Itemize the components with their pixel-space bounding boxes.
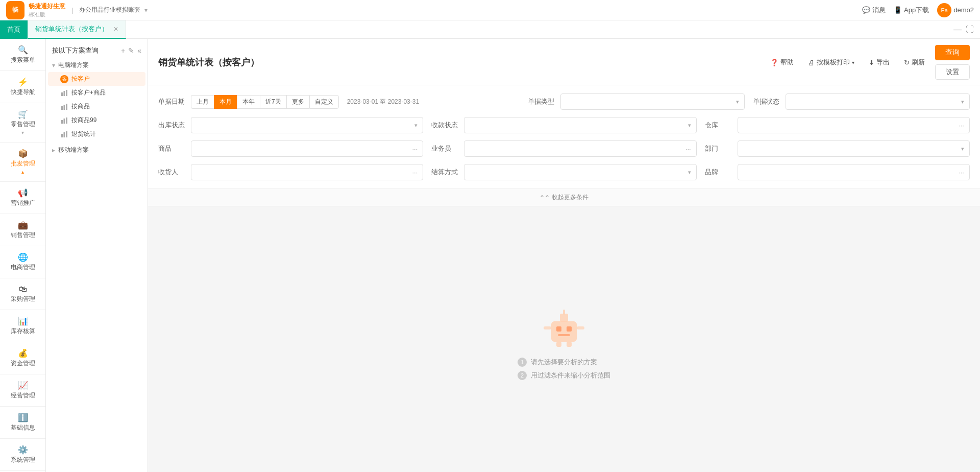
date-btn-this-year[interactable]: 本年	[237, 95, 260, 109]
order-status-control[interactable]: ▾	[786, 93, 970, 110]
sidebar-item-marketing[interactable]: 📢 营销推广	[0, 182, 45, 214]
sidebar-item-operations[interactable]: 📈 经营管理	[0, 374, 45, 407]
message-button[interactable]: 💬 消息	[862, 6, 886, 15]
print-button[interactable]: 🖨 按模板打印 ▾	[804, 56, 859, 69]
payment-status-label: 收款状态	[431, 121, 460, 130]
sidebar-item-sales[interactable]: 💼 销售管理	[0, 214, 45, 246]
order-type-control[interactable]: ▾	[560, 93, 745, 110]
filter-order-type: 单据类型 ▾	[528, 93, 745, 110]
order-type-label: 单据类型	[528, 97, 556, 106]
app-download-button[interactable]: 📱 App下载	[894, 6, 929, 15]
scheme-panel-header: 按以下方案查询 + ✎ «	[46, 43, 148, 58]
svg-rect-18	[544, 326, 551, 329]
filter-brand: 品牌 ···	[705, 164, 970, 180]
sidebar-item-quick-nav[interactable]: ⚡ 快捷导航	[0, 71, 45, 103]
date-btn-last-month[interactable]: 上月	[191, 95, 214, 109]
product-control[interactable]: ···	[191, 140, 423, 157]
staff-label: 业务员	[431, 144, 460, 153]
date-btn-this-month[interactable]: 本月	[214, 95, 237, 109]
tree-group-mobile-label[interactable]: ▸ 移动端方案	[48, 143, 145, 157]
topbar: 畅 畅捷通好生意 标准版 | 办公用品行业模拟账套 ▾ 💬 消息 📱 App下载…	[0, 0, 980, 20]
sidebar-item-basic-info[interactable]: ℹ️ 基础信息	[0, 407, 45, 439]
out-status-label: 出库状态	[158, 121, 187, 130]
brand-control[interactable]: ···	[738, 164, 970, 180]
svg-rect-20	[556, 342, 561, 347]
out-status-control[interactable]: ▾	[191, 117, 423, 133]
tree-group-desktop-label[interactable]: ▾ 电脑端方案	[48, 58, 145, 72]
page-actions: ❓ 帮助 🖨 按模板打印 ▾ ⬇ 导出 ↻	[766, 45, 970, 80]
svg-rect-19	[577, 326, 584, 329]
svg-rect-5	[66, 104, 67, 110]
help-icon: ❓	[770, 59, 778, 66]
refresh-icon: ↻	[904, 59, 910, 66]
collapse-row: ⌃⌃ 收起更多条件	[148, 189, 980, 206]
tree-group-desktop: ▾ 电脑端方案 客 按客户 按客户+商品	[48, 58, 145, 141]
sidebar-item-wholesale[interactable]: 📦 批发管理 ▴	[0, 143, 45, 182]
scheme-item-by-product[interactable]: 按商品	[48, 100, 145, 113]
query-button[interactable]: 查询	[935, 45, 970, 60]
filter-order-status: 单据状态 ▾	[753, 93, 970, 110]
scheme-item-return-stat[interactable]: 退货统计	[48, 127, 145, 141]
download-icon: 📱	[894, 6, 902, 14]
recipient-control[interactable]: ···	[191, 164, 423, 180]
scheme-icon-chart2	[60, 103, 68, 111]
staff-control[interactable]: ···	[464, 140, 696, 157]
brand-label: 品牌	[705, 168, 733, 177]
filter-payment-method: 结算方式 ▾	[431, 164, 696, 180]
svg-rect-14	[567, 326, 572, 332]
date-btn-last-7[interactable]: 近7天	[260, 95, 286, 109]
sidebar-item-purchase[interactable]: 🛍 采购管理	[0, 278, 45, 310]
sidebar-item-finance[interactable]: 💰 资金管理	[0, 342, 45, 374]
tab-minimize-icon[interactable]: —	[953, 25, 962, 34]
department-control[interactable]: ▾	[738, 140, 970, 157]
scheme-panel: 按以下方案查询 + ✎ « ▾ 电脑端方案 客 按客户	[46, 39, 148, 472]
collapse-button[interactable]: ⌃⌃ 收起更多条件	[540, 193, 589, 202]
svg-rect-13	[556, 326, 561, 332]
sidebar-item-ecommerce[interactable]: 🌐 电商管理	[0, 246, 45, 278]
print-icon: 🖨	[808, 59, 815, 66]
user-profile[interactable]: Ea demo2	[937, 3, 974, 17]
product-label: 商品	[158, 144, 187, 153]
svg-rect-9	[61, 134, 63, 137]
svg-rect-2	[66, 90, 67, 96]
tab-home[interactable]: 首页	[0, 20, 28, 39]
date-btn-more[interactable]: 更多	[286, 95, 309, 109]
tab-close-icon[interactable]: ✕	[113, 26, 118, 33]
filter-out-status: 出库状态 ▾	[158, 117, 423, 133]
sidebar-item-search-menu[interactable]: 🔍 搜索菜单	[0, 39, 45, 71]
sidebar-item-retail[interactable]: 🛒 零售管理 ▾	[0, 103, 45, 143]
scheme-item-by-customer[interactable]: 客 按客户	[48, 72, 145, 86]
tip-num-1: 1	[518, 358, 527, 367]
order-type-arrow: ▾	[736, 99, 739, 105]
filter-recipient: 收货人 ···	[158, 164, 423, 180]
empty-svg-icon	[538, 298, 590, 349]
avatar: Ea	[937, 3, 951, 17]
collapse-scheme-panel-button[interactable]: «	[137, 46, 141, 55]
scheme-panel-actions: + ✎ «	[121, 46, 141, 55]
date-btn-custom[interactable]: 自定义	[309, 95, 339, 109]
sidebar-item-inventory[interactable]: 📊 库存核算	[0, 310, 45, 342]
add-scheme-button[interactable]: +	[121, 46, 125, 55]
scheme-icon-customer: 客	[60, 75, 68, 83]
warehouse-control[interactable]: ···	[738, 117, 970, 133]
export-button[interactable]: ⬇ 导出	[865, 56, 894, 69]
tab-sales-stat[interactable]: 销货单统计表（按客户） ✕	[28, 20, 126, 39]
filter-row-4: 收货人 ··· 结算方式 ▾ 品牌	[158, 164, 970, 180]
edit-scheme-button[interactable]: ✎	[128, 46, 134, 55]
tree-group-mobile: ▸ 移动端方案	[48, 143, 145, 157]
payment-method-arrow: ▾	[688, 169, 691, 176]
settings-button[interactable]: 设置	[935, 64, 970, 80]
payment-method-control[interactable]: ▾	[464, 164, 696, 180]
filter-row-2: 出库状态 ▾ 收款状态 ▾ 仓库	[158, 117, 970, 133]
refresh-button[interactable]: ↻ 刷新	[900, 56, 929, 69]
sidebar-item-system[interactable]: ⚙️ 系统管理	[0, 439, 45, 471]
payment-status-control[interactable]: ▾	[464, 117, 696, 133]
tab-maximize-icon[interactable]: ⛶	[966, 25, 974, 34]
topbar-title: 办公用品行业模拟账套	[79, 6, 140, 14]
topbar-dropdown-icon[interactable]: ▾	[144, 7, 148, 14]
svg-rect-7	[64, 119, 65, 124]
order-status-arrow: ▾	[961, 99, 964, 105]
scheme-item-by-customer-product[interactable]: 按客户+商品	[48, 86, 145, 100]
scheme-item-by-product-99[interactable]: 按商品99	[48, 113, 145, 127]
help-button[interactable]: ❓ 帮助	[766, 56, 798, 69]
